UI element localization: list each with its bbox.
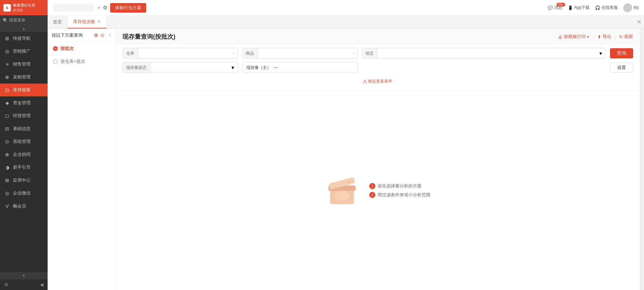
inventory-qty-label: 现存量（主） xyxy=(247,65,271,71)
export-button[interactable]: ⬆ 导出 xyxy=(597,34,611,40)
ops-icon: ◻ xyxy=(4,113,10,119)
tab-close-icon[interactable]: ✕ xyxy=(97,19,101,24)
topbar-chevron-icon[interactable]: ▾ xyxy=(98,5,100,10)
query-button[interactable]: 查询 xyxy=(610,48,633,58)
collapse-label: 收起更多条件 xyxy=(368,78,392,84)
topbar-search-box[interactable] xyxy=(53,3,94,12)
warehouse-filter[interactable]: 仓库 ··· xyxy=(122,48,238,59)
topbar-left: ▾ ⚙ 体验行业方案 xyxy=(53,3,545,13)
sidebar-item-inventory[interactable]: ⊡ 库存核算 xyxy=(0,84,48,96)
trial-button[interactable]: 体验行业方案 xyxy=(110,3,146,13)
status-filter[interactable]: 状态 ▼ xyxy=(362,48,606,59)
sidebar-header: 6 畅康通好生意 标准版 xyxy=(0,0,48,15)
product-filter[interactable]: 商品 ··· xyxy=(242,48,358,59)
scheme-by-warehouse-batch-label: 按仓库+批次 xyxy=(61,58,85,65)
refresh-button[interactable]: ↻ 刷新 xyxy=(619,34,633,40)
product-dots[interactable]: ··· xyxy=(351,51,355,56)
filter-row-2: 现存量状态 ▼ 现存量（主） — 设置 xyxy=(122,62,633,73)
scheme-header-actions: ⊕ ⊙ 《 xyxy=(94,32,111,38)
settings-button[interactable]: 设置 xyxy=(610,62,633,73)
app-download-button[interactable]: 📱 App下载 xyxy=(568,5,590,11)
scheme-item-by-batch[interactable]: ⊙ 按批次 xyxy=(48,42,115,55)
sidebar-search[interactable]: 🔍 搜索菜单 xyxy=(0,15,48,25)
sidebar-item-purchase[interactable]: ⊕ 采购管理 xyxy=(0,71,48,84)
print-dropdown-icon[interactable]: ▾ xyxy=(587,35,589,39)
status-filter-wrapper: 状态 ▼ xyxy=(362,48,606,59)
main-area: ▾ ⚙ 体验行业方案 💬 消息 99+ 📱 App下载 🎧 在线客服 Rit xyxy=(48,0,644,290)
messages-button[interactable]: 💬 消息 99+ xyxy=(548,5,562,11)
sidebar-item-quick-nav[interactable]: ⊞ 快捷导航 xyxy=(0,32,48,45)
service-icon: 🎧 xyxy=(595,5,600,10)
edition-label: 标准版 xyxy=(13,8,35,13)
topbar-gear-icon[interactable]: ⚙ xyxy=(103,4,107,11)
sidebar-item-apps[interactable]: ⊞ 应用中心 xyxy=(0,174,48,187)
status-input-area[interactable]: ▼ xyxy=(377,51,606,56)
tab-inventory-batch[interactable]: 库存批次账 ✕ xyxy=(68,16,106,29)
sidebar-item-ops[interactable]: ◻ 经营管理 xyxy=(0,109,48,122)
collapse-filters-btn[interactable]: ⋀ 收起更多条件 xyxy=(122,76,633,86)
sidebar-item-member[interactable]: V 畅会员 xyxy=(0,200,48,213)
system-icon: ⊙ xyxy=(4,139,10,144)
scheme-header: 按以下方案查询 ⊕ ⊙ 《 xyxy=(48,29,115,42)
app-download-label: App下载 xyxy=(574,5,590,11)
user-avatar-area[interactable]: Rit xyxy=(623,3,639,12)
sidebar-item-sales[interactable]: ≡ 销售管理 xyxy=(0,58,48,71)
sidebar-item-finance[interactable]: ◈ 资金管理 xyxy=(0,96,48,109)
tab-home[interactable]: 首页 xyxy=(48,16,68,29)
scheme-panel: 按以下方案查询 ⊕ ⊙ 《 ⊙ 按批次 按仓库+批次 xyxy=(48,29,116,290)
collapse-up-icon: ⋀ xyxy=(363,79,367,84)
sidebar-footer: ⚙ ◀ xyxy=(0,279,48,290)
status-dropdown-icon[interactable]: ▼ xyxy=(598,51,603,56)
sidebar-nav: ⊞ 快捷导航 ◎ 营销推广 ≡ 销售管理 ⊕ 采购管理 ⊡ 库存核算 ◈ 资金管… xyxy=(0,32,48,272)
hint-2-text: 用过滤条件来缩小分析范围 xyxy=(377,192,430,198)
scheme-item-by-warehouse-batch[interactable]: 按仓库+批次 xyxy=(48,55,115,68)
marketing-label: 营销推广 xyxy=(13,48,31,54)
online-service-button[interactable]: 🎧 在线客服 xyxy=(595,5,618,11)
product-input-area[interactable]: ··· xyxy=(258,51,357,56)
user-name-label: Rit xyxy=(633,5,639,10)
scroll-down-btn[interactable]: ▼ xyxy=(0,272,48,279)
content-panel: 现存量查询(按批次) 🖨 按模板打印 ▾ | ⬆ 导出 | ↻ xyxy=(116,29,640,290)
sidebar-item-wechat[interactable]: ◎ 企业微信 xyxy=(0,187,48,200)
inventory-qty-filter[interactable]: 现存量（主） — xyxy=(242,62,358,73)
hint-1-text: 请先选择要分析的方案 xyxy=(377,183,422,189)
empty-hint-2: 2 用过滤条件来缩小分析范围 xyxy=(369,192,430,198)
basic-label: 基础信息 xyxy=(13,126,31,132)
message-icon: 💬 xyxy=(548,5,553,10)
right-scrollbar[interactable] xyxy=(640,29,644,290)
online-service-label: 在线客服 xyxy=(601,5,618,11)
scheme-collapse-icon[interactable]: 《 xyxy=(106,32,111,38)
scheme-settings-icon[interactable]: ⊙ xyxy=(100,33,104,38)
warehouse-dots[interactable]: ··· xyxy=(232,51,235,56)
enterprise-label: 企业协同 xyxy=(13,151,31,158)
svg-point-3 xyxy=(335,191,350,201)
scheme-title: 按以下方案查询 xyxy=(52,32,83,38)
sidebar-item-enterprise[interactable]: ⊕ 企业协同 xyxy=(0,148,48,161)
sidebar-item-marketing[interactable]: ◎ 营销推广 xyxy=(0,45,48,58)
collapse-sidebar-icon[interactable]: ◀ xyxy=(40,282,44,287)
tab-home-label: 首页 xyxy=(53,19,62,25)
export-label: 导出 xyxy=(603,34,611,40)
wechat-icon: ◎ xyxy=(4,191,10,196)
inventory-status-dropdown-icon[interactable]: ▼ xyxy=(231,65,235,70)
print-template-button[interactable]: 🖨 按模板打印 ▾ xyxy=(558,34,589,40)
tab-bar-close-icon[interactable]: ✕ xyxy=(637,19,641,25)
inventory-status-input-area[interactable]: ▼ xyxy=(150,65,238,70)
settings-icon[interactable]: ⚙ xyxy=(4,282,9,287)
sidebar-item-basic[interactable]: ⊟ 基础信息 xyxy=(0,122,48,135)
ops-label: 经营管理 xyxy=(13,113,31,119)
empty-illustration: ✦ ✦ xyxy=(325,174,359,207)
scroll-up-btn[interactable]: ▲ xyxy=(0,25,48,32)
page-content: 按以下方案查询 ⊕ ⊙ 《 ⊙ 按批次 按仓库+批次 xyxy=(48,29,644,290)
warehouse-input-area[interactable]: ··· xyxy=(138,51,238,56)
basic-icon: ⊟ xyxy=(4,126,10,131)
apps-icon: ⊞ xyxy=(4,178,10,183)
scheme-add-icon[interactable]: ⊕ xyxy=(94,32,98,38)
company-name: 畅康通好生意 xyxy=(13,3,35,8)
quick-nav-label: 快捷导航 xyxy=(13,35,31,41)
newbie-label: 新手引导 xyxy=(13,164,31,170)
sidebar: 6 畅康通好生意 标准版 🔍 搜索菜单 ▲ ⊞ 快捷导航 ◎ 营销推广 ≡ 销售… xyxy=(0,0,48,290)
sidebar-item-system[interactable]: ⊙ 系统管理 xyxy=(0,135,48,148)
sidebar-item-newbie[interactable]: ◑ 新手引导 xyxy=(0,161,48,174)
inventory-status-filter[interactable]: 现存量状态 ▼ xyxy=(122,62,238,73)
